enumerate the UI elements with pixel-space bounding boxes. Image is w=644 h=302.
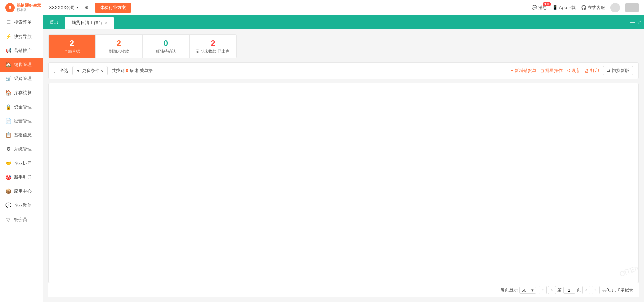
card-number-all: 2: [54, 39, 90, 48]
tab-bar: 首页 钱货日清工作台 × — ⤢: [43, 15, 644, 29]
sidebar-item-basic-info[interactable]: 📋 基础信息: [0, 128, 43, 142]
sidebar-item-enterprise-wechat[interactable]: 💬 企业微信: [0, 198, 43, 213]
quick-nav-icon: ⚡: [5, 34, 11, 40]
result-suffix: 条 相关单据: [129, 68, 153, 73]
summary-card-all[interactable]: 2 全部单据: [49, 35, 96, 58]
logo-area: 6 畅捷通好生意 标准版: [5, 3, 46, 12]
avatar[interactable]: [610, 3, 620, 12]
app-download-nav-item[interactable]: 📱 App下载: [552, 5, 576, 11]
inventory-icon: 🏠: [5, 90, 11, 96]
sidebar-label-enterprise-wechat: 企业微信: [14, 202, 32, 208]
sidebar-item-system-mgmt[interactable]: ⚙ 系统管理: [0, 142, 43, 156]
select-all-checkbox[interactable]: [54, 69, 58, 73]
select-all-label: 全选: [60, 68, 68, 74]
page-size-value: 50: [522, 288, 526, 293]
main-layout: ☰ 搜索菜单 ⚡ 快捷导航 📢 营销推广 🏠 销售管理 🛒 采购管理 🏠 库存核…: [0, 15, 644, 302]
table-area: [48, 83, 639, 283]
print-icon: 🖨: [585, 68, 589, 73]
sidebar-item-finance[interactable]: 🔒 资金管理: [0, 100, 43, 114]
sidebar-label-new-user-guide: 新手引导: [14, 174, 32, 180]
refresh-label: 刷新: [572, 68, 581, 74]
sidebar-label-app-center: 应用中心: [14, 188, 32, 194]
app-center-icon: 📦: [5, 188, 11, 194]
tab-home[interactable]: 首页: [43, 15, 65, 29]
next-page-button[interactable]: >: [582, 286, 590, 294]
summary-card-overdue-out[interactable]: 2 到期未收款 已出库: [190, 35, 236, 58]
sidebar-item-marketing[interactable]: 📢 营销推广: [0, 44, 43, 58]
batch-label: 批量操作: [545, 68, 563, 74]
message-nav-item[interactable]: 💬 消息 99+: [532, 5, 547, 11]
refresh-icon: ↺: [567, 68, 571, 73]
first-page-button[interactable]: «: [539, 286, 547, 294]
sidebar-item-inventory[interactable]: 🏠 库存核算: [0, 86, 43, 100]
online-service-nav-item[interactable]: 🎧 在线客服: [581, 5, 605, 11]
prev-page-button[interactable]: <: [548, 286, 556, 294]
tab-minimize-icon[interactable]: —: [630, 19, 635, 25]
filter-label: 更多条件: [82, 68, 99, 74]
tab-bar-actions: — ⤢: [630, 19, 644, 25]
sidebar-item-business-mgmt[interactable]: 📄 经营管理: [0, 114, 43, 128]
company-name: XXXXXX公司: [49, 5, 75, 11]
current-page-input[interactable]: [563, 287, 575, 294]
sidebar-item-enterprise-coop[interactable]: 🤝 企业协同: [0, 156, 43, 170]
tab-close-icon[interactable]: ×: [105, 21, 107, 25]
page-size-selector: 每页显示 50 ▾: [500, 287, 536, 294]
summary-card-wangpu[interactable]: 0 旺辅待确认: [143, 35, 190, 58]
sidebar-item-app-center[interactable]: 📦 应用中心: [0, 184, 43, 198]
pagination: 每页显示 50 ▾ « < 第 页 > » 共0页，0条记录: [48, 283, 639, 297]
tab-active[interactable]: 钱货日清工作台 ×: [65, 17, 114, 29]
sidebar-label-quick-nav: 快捷导航: [14, 34, 32, 40]
batch-operation-button[interactable]: ⊞ 批量操作: [540, 68, 563, 74]
sidebar-item-sales-mgmt[interactable]: 🏠 销售管理: [0, 58, 43, 72]
add-sales-order-button[interactable]: + + 新增销货单: [507, 68, 536, 74]
last-page-button[interactable]: »: [592, 286, 600, 294]
batch-icon: ⊞: [540, 68, 544, 73]
sidebar-label-enterprise-coop: 企业协同: [14, 160, 32, 166]
sidebar-item-search-menu[interactable]: ☰ 搜索菜单: [0, 15, 43, 29]
card-label-all: 全部单据: [54, 49, 90, 54]
dropdown-arrow-icon: ▾: [76, 5, 78, 10]
summary-cards: 2 全部单据 2 到期未收款 0 旺辅待确认 2 到期未收款 已出库: [48, 34, 237, 58]
user-name-area[interactable]: [625, 3, 639, 12]
page-size-dropdown-icon: ▾: [531, 288, 534, 293]
toolbar: 全选 ▼ 更多条件 ∨ 共找到 0 条 相关单据 +: [48, 62, 639, 79]
page-suffix: 页: [577, 287, 581, 293]
switch-new-version-button[interactable]: ⇄ 切换新版: [603, 66, 633, 75]
filter-icon: ▼: [76, 68, 80, 73]
sidebar-item-purchase-mgmt[interactable]: 🛒 采购管理: [0, 72, 43, 86]
result-prefix: 共找到: [112, 68, 125, 73]
sidebar-item-vip[interactable]: ▽ 畅会员: [0, 213, 43, 227]
print-label: 打印: [590, 68, 599, 74]
sidebar-item-quick-nav[interactable]: ⚡ 快捷导航: [0, 29, 43, 44]
refresh-button[interactable]: ↺ 刷新: [567, 68, 581, 74]
page-content: 2 全部单据 2 到期未收款 0 旺辅待确认 2 到期未收款 已出库: [43, 29, 644, 302]
sidebar-label-vip: 畅会员: [14, 217, 27, 223]
page-size-input[interactable]: 50 ▾: [519, 287, 536, 294]
sidebar-item-new-user-guide[interactable]: 🎯 新手引导: [0, 170, 43, 184]
filter-arrow-icon: ∨: [101, 68, 104, 73]
sidebar-label-basic-info: 基础信息: [14, 132, 32, 138]
card-label-overdue-out: 到期未收款 已出库: [195, 49, 231, 54]
settings-icon[interactable]: ⚙: [82, 3, 91, 12]
select-all-checkbox-area[interactable]: 全选: [54, 68, 68, 74]
sidebar-label-sales-mgmt: 销售管理: [14, 62, 32, 68]
tab-home-label: 首页: [50, 19, 58, 25]
summary-card-overdue[interactable]: 2 到期未收款: [96, 35, 143, 58]
app-download-icon: 📱: [552, 5, 558, 10]
company-selector[interactable]: XXXXXX公司 ▾: [49, 5, 78, 11]
add-icon: +: [507, 68, 509, 73]
new-user-guide-icon: 🎯: [5, 174, 11, 180]
logo-text: 畅捷通好生意 标准版: [17, 3, 41, 12]
print-button[interactable]: 🖨 打印: [585, 68, 599, 74]
tab-expand-icon[interactable]: ⤢: [637, 19, 641, 25]
card-number-wangpu: 0: [148, 39, 184, 48]
filter-button[interactable]: ▼ 更多条件 ∨: [72, 66, 108, 75]
sidebar-label-purchase-mgmt: 采购管理: [14, 76, 32, 82]
result-text: 共找到 0 条 相关单据: [112, 68, 153, 74]
page-size-label: 每页显示: [500, 287, 518, 293]
online-service-label: 在线客服: [588, 5, 605, 11]
top-nav-right: 💬 消息 99+ 📱 App下载 🎧 在线客服: [532, 3, 639, 12]
top-nav-left: 6 畅捷通好生意 标准版 XXXXXX公司 ▾ ⚙ 体验行业方案: [5, 3, 131, 13]
trial-button[interactable]: 体验行业方案: [95, 3, 131, 13]
marketing-icon: 📢: [5, 48, 11, 54]
